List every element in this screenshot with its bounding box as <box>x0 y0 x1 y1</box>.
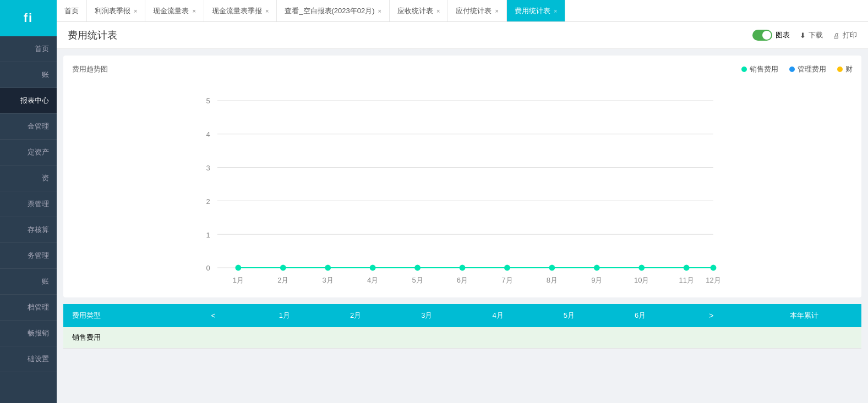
sidebar-item-archive-mgmt[interactable]: 档管理 <box>0 295 57 321</box>
row-sales-m5 <box>533 327 604 349</box>
legend-sales: 销售费用 <box>741 64 778 74</box>
sidebar-logo: fi <box>0 0 57 36</box>
sidebar-item-service-mgmt[interactable]: 务管理 <box>0 243 57 269</box>
tab-blank-report-close[interactable]: × <box>378 8 381 14</box>
col-prev-arrow[interactable]: < <box>178 304 249 327</box>
svg-text:4月: 4月 <box>367 276 378 284</box>
tab-cashflow-quarterly[interactable]: 现金流量表季报 × <box>204 0 277 21</box>
col-month-6: 6月 <box>605 304 676 327</box>
svg-text:3月: 3月 <box>323 276 334 284</box>
svg-text:5月: 5月 <box>412 276 423 284</box>
print-label: 打印 <box>843 30 857 40</box>
svg-text:6月: 6月 <box>457 276 468 284</box>
download-button[interactable]: ⬇ 下载 <box>800 30 823 40</box>
col-month-4: 4月 <box>462 304 533 327</box>
tab-profit-quarterly-close[interactable]: × <box>134 8 137 14</box>
sidebar-item-home[interactable]: 首页 <box>0 36 57 62</box>
expense-table: 费用类型 < 1月 2月 3月 4月 5月 6月 > <box>63 304 861 349</box>
svg-text:11月: 11月 <box>679 276 694 284</box>
tab-blank-report[interactable]: 查看_空白报表(2023年02月) × <box>277 0 390 21</box>
col-next-arrow[interactable]: > <box>676 304 747 327</box>
tab-profit-quarterly-label: 利润表季报 <box>95 6 130 16</box>
tab-payable[interactable]: 应付统计表 × <box>448 0 506 21</box>
sidebar-item-invest[interactable]: 资 <box>0 165 57 191</box>
svg-point-35 <box>711 265 717 271</box>
svg-point-31 <box>549 265 555 271</box>
main-area: 首页 利润表季报 × 现金流量表 × 现金流量表季报 × 查看_空白报表(202… <box>57 0 868 403</box>
legend-finance-dot <box>837 67 843 72</box>
row-spacer <box>178 327 249 349</box>
chart-container: 0 1 2 3 4 5 1月 2月 3月 <box>72 80 853 289</box>
svg-text:3: 3 <box>206 164 210 172</box>
sidebar-item-ledger[interactable]: 账 <box>0 62 57 88</box>
col-ytd: 本年累计 <box>747 304 861 327</box>
sidebar: fi 首页 账 报表中心 金管理 定资产 资 票管理 存核算 务管理 账 档管理… <box>0 0 57 403</box>
header-actions: 图表 ⬇ 下载 🖨 打印 <box>752 30 857 41</box>
sidebar-item-fixed-assets[interactable]: 定资产 <box>0 140 57 165</box>
col-month-5: 5月 <box>533 304 604 327</box>
row-label-sales-expense: 销售费用 <box>63 327 178 349</box>
svg-text:0: 0 <box>206 264 210 272</box>
chart-toggle-wrapper[interactable]: 图表 <box>752 30 790 41</box>
chart-title: 费用趋势图 <box>72 64 108 74</box>
tab-blank-report-label: 查看_空白报表(2023年02月) <box>285 6 374 16</box>
col-month-2: 2月 <box>320 304 391 327</box>
sidebar-item-invoice-mgmt[interactable]: 票管理 <box>0 191 57 217</box>
prev-month-arrow[interactable]: < <box>208 311 219 320</box>
tab-payable-close[interactable]: × <box>495 8 498 14</box>
tab-home[interactable]: 首页 <box>57 0 87 21</box>
print-icon: 🖨 <box>833 31 840 40</box>
sidebar-item-account[interactable]: 账 <box>0 269 57 295</box>
chart-toggle-label: 图表 <box>776 30 790 40</box>
page-title: 费用统计表 <box>68 29 117 42</box>
svg-text:2月: 2月 <box>277 276 288 284</box>
chart-section: 费用趋势图 销售费用 管理费用 财 <box>63 56 861 297</box>
row-sales-arrow <box>676 327 747 349</box>
tab-expense-stats[interactable]: 费用统计表 × <box>507 0 565 21</box>
download-icon: ⬇ <box>800 31 806 40</box>
tab-cashflow-close[interactable]: × <box>192 8 195 14</box>
tab-receivable[interactable]: 应收统计表 × <box>390 0 448 21</box>
col-expense-type: 费用类型 <box>63 304 178 327</box>
svg-text:12月: 12月 <box>706 276 720 284</box>
sidebar-item-base-settings[interactable]: 础设置 <box>0 346 57 372</box>
sidebar-item-report-center[interactable]: 报表中心 <box>0 88 57 114</box>
next-month-arrow[interactable]: > <box>706 311 717 320</box>
legend-sales-dot <box>741 67 747 72</box>
row-sales-m1 <box>249 327 320 349</box>
sidebar-item-fund-mgmt[interactable]: 金管理 <box>0 114 57 140</box>
table-section: 费用类型 < 1月 2月 3月 4月 5月 6月 > <box>63 304 861 349</box>
row-sales-m2 <box>320 327 391 349</box>
tab-cashflow-quarterly-close[interactable]: × <box>265 8 269 14</box>
tab-cashflow-quarterly-label: 现金流量表季报 <box>212 6 262 16</box>
tab-bar: 首页 利润表季报 × 现金流量表 × 现金流量表季报 × 查看_空白报表(202… <box>57 0 868 22</box>
svg-point-28 <box>414 265 421 271</box>
legend-admin-label: 管理费用 <box>798 64 826 74</box>
svg-text:5: 5 <box>206 97 210 105</box>
content-area: 费用趋势图 销售费用 管理费用 财 <box>57 49 868 403</box>
tab-receivable-close[interactable]: × <box>436 8 440 14</box>
svg-point-27 <box>370 265 376 271</box>
download-label: 下载 <box>809 30 823 40</box>
tab-home-label: 首页 <box>64 6 79 16</box>
row-sales-m3 <box>391 327 462 349</box>
legend-admin: 管理费用 <box>789 64 826 74</box>
row-sales-m6 <box>605 327 676 349</box>
chart-toggle[interactable] <box>752 30 772 41</box>
svg-point-32 <box>594 265 600 271</box>
svg-point-33 <box>638 265 645 271</box>
col-month-3: 3月 <box>391 304 462 327</box>
tab-expense-stats-close[interactable]: × <box>554 8 557 14</box>
tab-receivable-label: 应收统计表 <box>397 6 433 16</box>
svg-point-30 <box>504 265 510 271</box>
tab-profit-quarterly[interactable]: 利润表季报 × <box>87 0 145 21</box>
print-button[interactable]: 🖨 打印 <box>833 30 857 40</box>
sidebar-item-inventory[interactable]: 存核算 <box>0 217 57 243</box>
svg-point-24 <box>235 265 241 271</box>
tab-cashflow[interactable]: 现金流量表 × <box>145 0 204 21</box>
row-sales-m4 <box>462 327 533 349</box>
svg-text:2: 2 <box>206 197 210 206</box>
sidebar-item-expense-reimb[interactable]: 畅报销 <box>0 321 57 346</box>
svg-text:1: 1 <box>206 231 210 239</box>
svg-point-25 <box>280 265 286 271</box>
